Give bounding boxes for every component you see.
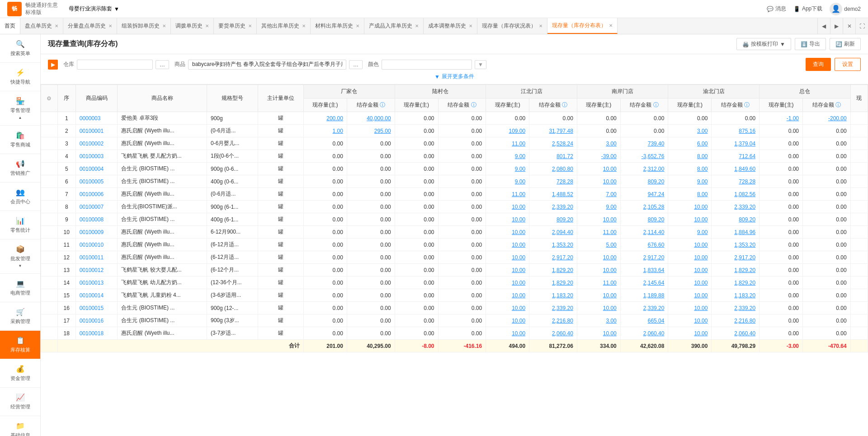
tab-cost-adjust[interactable]: 成本调整单历史 ✕ (424, 18, 477, 34)
cell[interactable]: 2,528.24 (529, 137, 577, 150)
cell[interactable]: 8.00 (668, 188, 712, 201)
cell[interactable]: 739.40 (620, 137, 668, 150)
cell[interactable]: 10.00 (486, 264, 529, 277)
tab-other-out[interactable]: 其他出库单历史 ✕ (257, 18, 311, 34)
cell[interactable]: 947.24 (620, 188, 668, 201)
tab-transfer[interactable]: 调拨单历史 ✕ (171, 18, 214, 34)
info-icon-2[interactable]: ⓘ (562, 102, 567, 108)
tab-close-material-out[interactable]: ✕ (356, 23, 359, 28)
cell[interactable]: 2,339.20 (712, 302, 760, 314)
cell[interactable]: 1,829.20 (529, 264, 577, 277)
warehouse-select-btn[interactable]: … (156, 60, 169, 69)
row-code[interactable]: 00100014 (75, 289, 118, 302)
tab-close-disassemble[interactable]: ✕ (162, 23, 166, 28)
message-btn[interactable]: 💬 消息 (767, 5, 786, 13)
tab-close-product-in[interactable]: ✕ (415, 23, 419, 28)
tab-close-btn[interactable]: ✕ (843, 18, 855, 34)
cell[interactable]: 1,082.56 (712, 188, 760, 201)
cell[interactable]: 10.00 (668, 201, 712, 213)
cell[interactable]: 712.64 (712, 150, 760, 163)
tab-disassemble[interactable]: 组装拆卸单历史 ✕ (117, 18, 171, 34)
cell[interactable]: 10.00 (486, 226, 529, 239)
cell[interactable]: 2,060.40 (620, 327, 668, 340)
cell[interactable]: 2,060.40 (529, 327, 577, 340)
tab-inventory-count[interactable]: 盘点单历史 ✕ (20, 18, 63, 34)
cell[interactable]: 295.00 (347, 125, 395, 137)
tab-close-split-count[interactable]: ✕ (108, 23, 112, 28)
setting-btn[interactable]: 设置 (835, 58, 861, 71)
goods-input[interactable] (188, 60, 346, 70)
cell[interactable]: 200.00 (303, 112, 347, 125)
cell[interactable]: 1,183.20 (712, 289, 760, 302)
cell[interactable]: 11.00 (577, 226, 620, 239)
cell[interactable]: 10.00 (577, 302, 620, 314)
tab-close-inventory-count[interactable]: ✕ (55, 23, 58, 28)
cell[interactable]: 9.00 (486, 163, 529, 175)
cell[interactable]: 10.00 (668, 251, 712, 264)
cell[interactable]: 31,797.48 (529, 125, 577, 137)
cell[interactable]: 1,829.20 (712, 264, 760, 277)
tab-close-stock-status[interactable]: ✕ (539, 23, 542, 28)
cell[interactable]: 10.00 (577, 327, 620, 340)
cell[interactable]: 10.00 (486, 302, 529, 314)
cell[interactable]: 3.00 (668, 125, 712, 137)
warehouse-input[interactable] (77, 60, 153, 70)
cell[interactable]: 9.00 (577, 201, 620, 213)
cell[interactable]: -1.00 (760, 112, 803, 125)
row-code[interactable]: 00100012 (75, 264, 118, 277)
download-btn[interactable]: 📱 App下载 (793, 5, 822, 13)
cell[interactable]: 10.00 (577, 289, 620, 302)
cell[interactable]: 6.00 (668, 137, 712, 150)
info-icon-4[interactable]: ⓘ (744, 102, 750, 108)
info-icon-0[interactable]: ⓘ (380, 102, 385, 108)
cell[interactable]: 801.72 (529, 150, 577, 163)
tab-split-count[interactable]: 分量盘点单历史 ✕ (63, 18, 117, 34)
row-code[interactable]: 0000003 (75, 112, 118, 125)
cell[interactable]: 40,000.00 (347, 112, 395, 125)
user-menu[interactable]: 👤 demo2 (830, 3, 861, 15)
cell[interactable]: 1,353.20 (529, 239, 577, 251)
cell[interactable]: 809.20 (620, 213, 668, 226)
cell[interactable]: 1,353.20 (712, 239, 760, 251)
cell[interactable]: 10.00 (486, 314, 529, 327)
cell[interactable]: 10.00 (668, 213, 712, 226)
info-icon-1[interactable]: ⓘ (471, 102, 476, 108)
cell[interactable]: 2,060.40 (712, 327, 760, 340)
row-code[interactable]: 00100016 (75, 314, 118, 327)
cell[interactable]: 11.00 (486, 188, 529, 201)
row-code[interactable]: 00100008 (75, 213, 118, 226)
cell[interactable]: 5.00 (577, 239, 620, 251)
cell[interactable]: 11.00 (486, 137, 529, 150)
cell[interactable]: 875.16 (712, 125, 760, 137)
cell[interactable]: 2,917.20 (529, 251, 577, 264)
cell[interactable]: 728.28 (529, 175, 577, 188)
cell[interactable]: 9.00 (486, 150, 529, 163)
cell[interactable]: 665.04 (620, 314, 668, 327)
cell[interactable]: 1,189.88 (620, 289, 668, 302)
sidebar-item-retail-mall[interactable]: 🛍️ 零售商城 (0, 126, 40, 154)
cell[interactable]: 1,829.20 (529, 277, 577, 289)
refresh-btn[interactable]: 🔄 刷新 (830, 38, 861, 50)
cell[interactable]: 9.00 (668, 226, 712, 239)
cell[interactable]: 8.00 (668, 163, 712, 175)
cell[interactable]: 809.20 (529, 213, 577, 226)
cell[interactable]: 10.00 (486, 213, 529, 226)
cell[interactable]: 10.00 (577, 213, 620, 226)
print-btn[interactable]: 🖨️ 按模板打印 ▼ (736, 38, 791, 50)
sidebar-item-quicknav[interactable]: ⚡ 快捷导航 (0, 63, 40, 91)
cell[interactable]: 1,183.20 (529, 289, 577, 302)
sidebar-item-search[interactable]: 🔍 搜索英单 (0, 34, 40, 63)
cell[interactable]: -39.00 (577, 150, 620, 163)
cell[interactable]: 10.00 (486, 239, 529, 251)
row-code[interactable]: 00100005 (75, 175, 118, 188)
sidebar-item-marketing[interactable]: 📢 营销推广 (0, 154, 40, 183)
expand-more-conditions[interactable]: ▼ 展开更多条件 (48, 73, 861, 80)
tab-close-cost-adjust[interactable]: ✕ (469, 23, 472, 28)
row-code[interactable]: 00100004 (75, 163, 118, 175)
cell[interactable]: 809.20 (712, 213, 760, 226)
cell[interactable]: 10.00 (486, 277, 529, 289)
cell[interactable]: 10.00 (577, 264, 620, 277)
tab-close-purchase-req[interactable]: ✕ (248, 23, 252, 28)
cell[interactable]: 1,833.64 (620, 264, 668, 277)
sidebar-item-base-info[interactable]: 📁 基础信息 (0, 416, 40, 436)
